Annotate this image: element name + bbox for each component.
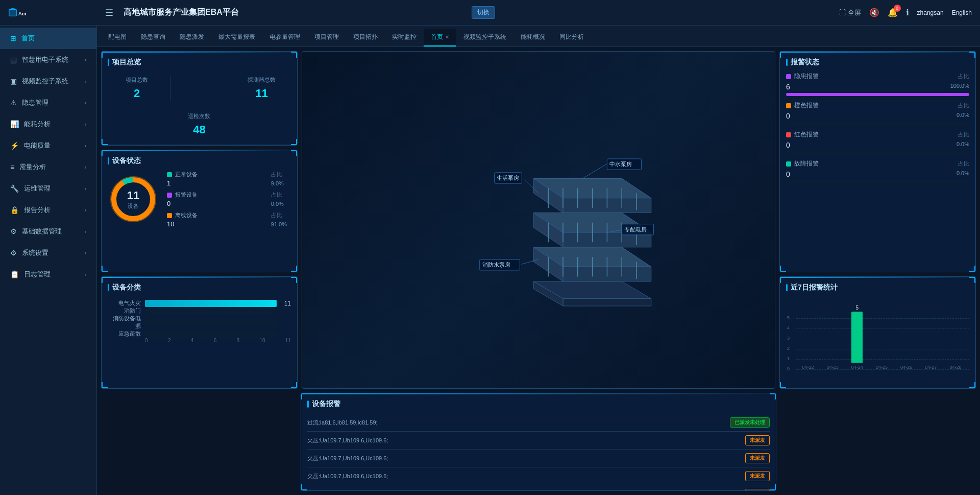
- sidebar-icon-energy-analysis: 📊: [10, 120, 19, 128]
- nav-tab-隐患派发[interactable]: 隐患派发: [173, 29, 211, 46]
- chart-bar-column: 04-27: [919, 357, 943, 370]
- nav-tab-首页[interactable]: 首页✕: [424, 29, 456, 46]
- legend-normal-pct: 9.0%: [271, 180, 287, 186]
- nav-tab-配电图[interactable]: 配电图: [101, 29, 134, 46]
- main-layout: ⊞ 首页 ▦ 智慧用电子系统 › ▣ 视频监控子系统 › ⚠ 隐患管理 › 📊 …: [0, 26, 980, 495]
- device-alarms-title: 设备报警: [307, 399, 770, 409]
- bar-axis: 024681011: [145, 338, 291, 343]
- chevron-icon-demand-analysis: ›: [85, 164, 86, 170]
- alarm-status-tag: 未派发: [745, 471, 770, 481]
- tab-close-icon[interactable]: ✕: [445, 34, 449, 40]
- stat-sensor-value: 11: [235, 87, 289, 100]
- stat-project-count: 项目总数 2: [108, 72, 166, 104]
- sidebar-item-report-analysis[interactable]: 🔒 报告分析 ›: [0, 199, 96, 221]
- alarm-status-row: 橙色报警 占比 0 0.0%: [786, 101, 969, 125]
- alarm-status-items: 隐患报警 占比 6 100.0% 橙色报警 占比 0 0.0%: [786, 72, 969, 183]
- donut-chart: 11 设备: [108, 174, 159, 225]
- alarm-status-row: 故障报警 占比 0 0.0%: [786, 159, 969, 183]
- sidebar-label-report-analysis: 报告分析: [24, 205, 51, 215]
- svg-text:生活泵房: 生活泵房: [497, 175, 519, 181]
- nav-tab-同比分析[interactable]: 同比分析: [552, 29, 591, 46]
- nav-tab-视频监控子系统[interactable]: 视频监控子系统: [456, 29, 513, 46]
- sidebar-label-video: 视频监控子系统: [22, 77, 68, 86]
- help-icon[interactable]: ℹ: [906, 8, 909, 17]
- username-label: zhangsan: [917, 9, 944, 16]
- chevron-icon-ops-management: ›: [85, 186, 86, 192]
- stat-project-count-value: 2: [110, 87, 164, 100]
- notification-badge: 0: [894, 5, 901, 12]
- volume-icon[interactable]: 🔇: [869, 8, 879, 17]
- device-status-content: 11 设备 正常设备 占比 1: [108, 171, 291, 228]
- svg-text:Acrel: Acrel: [18, 10, 27, 16]
- recent-alarms-title: 近7日报警统计: [786, 283, 969, 292]
- alarm-status-title: 报警状态: [786, 58, 969, 67]
- nav-tab-实时监控[interactable]: 实时监控: [385, 29, 424, 46]
- sidebar-icon-video: ▣: [10, 77, 17, 85]
- sidebar-item-basic-data[interactable]: ⚙ 基础数据管理 ›: [0, 221, 96, 242]
- hamburger-icon[interactable]: ☰: [105, 7, 113, 18]
- nav-tab-最大需量报表[interactable]: 最大需量报表: [211, 29, 262, 46]
- chart-bar-column: 04-23: [821, 357, 844, 370]
- alarm-status-tag: 未派发: [745, 435, 770, 445]
- legend-offline-count: 10: [167, 220, 267, 228]
- sidebar-item-log-management[interactable]: 📋 日志管理 ›: [0, 264, 96, 285]
- notification-bell[interactable]: 🔔 0: [888, 8, 898, 17]
- nav-tabs: 配电图隐患查询隐患派发最大需量报表电参量管理项目管理项目拓扑实时监控首页✕视频监…: [97, 26, 980, 47]
- device-legend: 正常设备 占比 1 9.0% 报警设备 占比: [167, 171, 291, 228]
- donut-label: 设备: [127, 202, 139, 210]
- nav-tab-项目管理[interactable]: 项目管理: [307, 29, 346, 46]
- stat-inspection-value: 48: [172, 123, 226, 136]
- alarm-table-row: 欠压:Ua109.7,Ub109.6,Uc109.6; 未派发: [307, 467, 770, 485]
- sidebar-label-demand-analysis: 需量分析: [19, 162, 46, 172]
- sidebar-item-smart-electrical[interactable]: ▦ 智慧用电子系统 ›: [0, 49, 96, 70]
- legend-alarm-sub: 占比: [271, 191, 287, 199]
- alarm-status-panel: 报警状态 隐患报警 占比 6 100.0% 橙色报警 占比 0 0.0%: [779, 51, 976, 272]
- content-area: 配电图隐患查询隐患派发最大需量报表电参量管理项目管理项目拓扑实时监控首页✕视频监…: [97, 26, 980, 495]
- sidebar-label-basic-data: 基础数据管理: [22, 227, 62, 236]
- device-alarms-table: 过流:Ia81.6,Ib81.59,Ic81.59; 已派发未处理 欠压:Ua1…: [307, 414, 770, 491]
- alarm-message: 过流:Ia81.6,Ib81.59,Ic81.59;: [307, 419, 730, 427]
- legend-alarm-label: 报警设备: [167, 191, 267, 199]
- sidebar-icon-basic-data: ⚙: [10, 227, 17, 235]
- topbar: Acrel ☰ 高地城市服务产业集团EBA平台 切换 ⛶ 全屏 🔇 🔔 0 ℹ …: [0, 0, 980, 26]
- sidebar-item-energy-analysis[interactable]: 📊 能耗分析 ›: [0, 113, 96, 135]
- legend-normal-count: 1: [167, 179, 267, 187]
- switch-button[interactable]: 切换: [472, 6, 495, 19]
- sidebar: ⊞ 首页 ▦ 智慧用电子系统 › ▣ 视频监控子系统 › ⚠ 隐患管理 › 📊 …: [0, 26, 97, 495]
- alarm-status-tag: 未派发: [745, 489, 770, 491]
- category-bar-row: 消防门: [108, 307, 291, 315]
- nav-tab-隐患查询[interactable]: 隐患查询: [134, 29, 173, 46]
- logo: Acrel: [8, 6, 105, 20]
- sidebar-item-system-settings[interactable]: ⚙ 系统设置 ›: [0, 242, 96, 264]
- sidebar-item-video[interactable]: ▣ 视频监控子系统 ›: [0, 70, 96, 92]
- language-label[interactable]: English: [952, 9, 972, 16]
- sidebar-item-home[interactable]: ⊞ 首页: [0, 28, 96, 49]
- chart-bar-date: 04-28: [949, 365, 961, 370]
- sidebar-icon-smart-electrical: ▦: [10, 56, 17, 64]
- sidebar-icon-log-management: 📋: [10, 270, 19, 278]
- fullscreen-icon[interactable]: ⛶ 全屏: [839, 8, 861, 17]
- alarm-message: 欠压:Ua109.7,Ub109.6,Uc109.6;: [307, 490, 745, 491]
- chart-bar-date: 04-26: [900, 365, 912, 370]
- project-overview-panel: 项目总览 项目总数 2 探测器总数 11: [101, 51, 298, 146]
- svg-text:消防水泵房: 消防水泵房: [482, 262, 510, 268]
- category-bar-row: 应急疏散: [108, 330, 291, 338]
- alarm-status-tag: 未派发: [745, 453, 770, 463]
- sidebar-item-demand-analysis[interactable]: ≡ 需量分析 ›: [0, 156, 96, 178]
- sidebar-label-ops-management: 运维管理: [24, 184, 51, 193]
- nav-tab-能耗概况[interactable]: 能耗概况: [513, 29, 552, 46]
- logo-icon: Acrel: [8, 6, 27, 20]
- nav-tab-项目拓扑[interactable]: 项目拓扑: [346, 29, 385, 46]
- svg-text:中水泵房: 中水泵房: [609, 161, 632, 167]
- svg-line-42: [582, 163, 607, 178]
- sidebar-item-power-quality[interactable]: ⚡ 电能质量 ›: [0, 135, 96, 156]
- stat-inspection-label: 巡检次数: [172, 112, 226, 120]
- topbar-right: ⛶ 全屏 🔇 🔔 0 ℹ zhangsan English: [839, 8, 972, 17]
- sidebar-label-energy-analysis: 能耗分析: [24, 120, 51, 129]
- nav-tab-电参量管理[interactable]: 电参量管理: [262, 29, 307, 46]
- sidebar-item-ops-management[interactable]: 🔧 运维管理 ›: [0, 178, 96, 199]
- legend-normal-label: 正常设备: [167, 171, 267, 178]
- device-status-title: 设备状态: [108, 156, 291, 166]
- sidebar-item-hidden-danger[interactable]: ⚠ 隐患管理 ›: [0, 92, 96, 113]
- building-model: 中水泵房 生活泵房 专配电房 消防水泵房: [302, 52, 775, 388]
